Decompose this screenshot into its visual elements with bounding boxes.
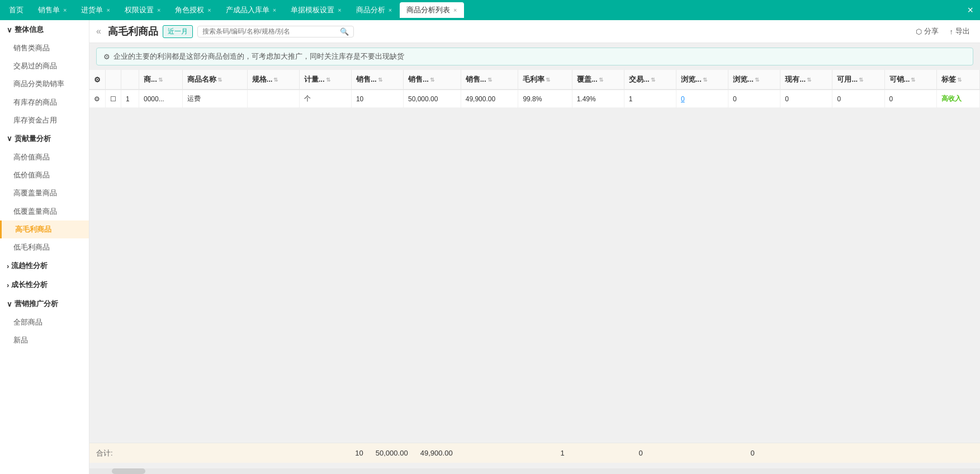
sidebar-item-high-freq[interactable]: 高覆盖量商品 — [0, 184, 89, 202]
sort-icon-available1: ⇅ — [807, 77, 811, 83]
section-label-financial: 贡献量分析 — [15, 134, 51, 144]
col-header-browse2[interactable]: 浏览...⇅ — [728, 70, 780, 90]
horizontal-scrollbar[interactable] — [89, 468, 980, 474]
col-label-name: 商品名称 — [187, 75, 216, 83]
table-header-row: ⚙商...⇅商品名称⇅规格...⇅计量...⇅销售...⇅销售...⇅销售...… — [89, 70, 980, 90]
col-header-tag[interactable]: 标签⇅ — [936, 70, 979, 90]
tab-label-product-in: 产成品入库单 — [226, 5, 269, 15]
sidebar-item-traded-goods[interactable]: 交易过的商品 — [0, 57, 89, 75]
col-header-sales-amount[interactable]: 销售...⇅ — [404, 70, 461, 90]
footer-transaction: 1 — [524, 449, 569, 457]
tab-permission[interactable]: 权限设置× — [118, 2, 167, 18]
sidebar: ∨整体信息销售类商品交易过的商品商品分类助销率有库存的商品库存资金占用∨贡献量分… — [0, 20, 89, 474]
col-header-sales-qty[interactable]: 销售...⇅ — [351, 70, 403, 90]
sidebar-section-growth[interactable]: ›成长性分析 — [0, 275, 89, 294]
section-arrow-marketing: ∨ — [7, 300, 12, 308]
tab-sales[interactable]: 销售单× — [31, 2, 73, 18]
sidebar-section-trend[interactable]: ›流趋性分析 — [0, 256, 89, 275]
col-header-available2[interactable]: 可用...⇅ — [832, 70, 884, 90]
sidebar-item-stock-ratio[interactable]: 库存资金占用 — [0, 111, 89, 129]
tab-home[interactable]: 首页 — [2, 2, 30, 18]
col-header-unit[interactable]: 计量...⇅ — [299, 70, 351, 90]
row-browse2: 0 — [728, 90, 780, 108]
col-header-code[interactable]: 商...⇅ — [139, 70, 183, 90]
row-code[interactable]: 0000... — [139, 90, 183, 108]
row-checkbox[interactable]: ☐ — [106, 90, 121, 108]
table-wrap[interactable]: ⚙商...⇅商品名称⇅规格...⇅计量...⇅销售...⇅销售...⇅销售...… — [89, 70, 980, 474]
settings-icon[interactable]: ⚙ — [89, 90, 106, 108]
tab-close-product-in[interactable]: × — [273, 7, 276, 13]
sidebar-item-stocked-goods[interactable]: 有库存的商品 — [0, 93, 89, 111]
col-label-spec: 规格... — [252, 75, 273, 83]
tab-product-in[interactable]: 产成品入库单× — [219, 2, 283, 18]
sidebar-item-high-margin[interactable]: 高毛利商品 — [0, 220, 89, 238]
sort-icon-code: ⇅ — [158, 77, 163, 83]
period-button[interactable]: 近一月 — [163, 25, 193, 38]
search-input[interactable] — [202, 27, 338, 35]
tab-close-template[interactable]: × — [338, 7, 341, 13]
col-header-browse1[interactable]: 浏览...⇅ — [676, 70, 728, 90]
sidebar-item-high-value[interactable]: 高价值商品 — [0, 148, 89, 166]
share-button[interactable]: ⬡ 分享 — [912, 25, 942, 37]
sidebar-section-marketing[interactable]: ∨营销推广分析 — [0, 294, 89, 313]
tab-close-sales[interactable]: × — [63, 7, 67, 13]
sidebar-item-low-margin[interactable]: 低毛利商品 — [0, 238, 89, 256]
tab-close-analysis[interactable]: × — [389, 7, 392, 13]
footer-summary: 合计: 10 50,000.00 49,900.00 1 0 0 — [89, 443, 980, 463]
col-label-settings: ⚙ — [94, 76, 101, 84]
section-arrow-growth: › — [7, 281, 9, 289]
row-tag: 高收入 — [936, 90, 979, 108]
col-header-sales-cost[interactable]: 销售...⇅ — [461, 70, 518, 90]
col-header-spec[interactable]: 规格...⇅ — [247, 70, 299, 90]
col-label-unit: 计量... — [304, 75, 325, 83]
sidebar-item-label-high-freq: 高覆盖量商品 — [13, 189, 57, 197]
sidebar-item-low-freq[interactable]: 低覆盖量商品 — [0, 203, 89, 220]
tab-role[interactable]: 角色授权× — [168, 2, 217, 18]
sidebar-item-sales-goods[interactable]: 销售类商品 — [0, 39, 89, 57]
search-icon[interactable]: 🔍 — [340, 27, 349, 36]
window-close-button[interactable]: × — [963, 4, 978, 16]
info-text: 企业的主要的利润都是这部分商品创造的，可考虑加大推广，同时关注库存是不要出现缺货 — [113, 51, 404, 62]
tab-close-role[interactable]: × — [207, 7, 211, 13]
tab-analysis[interactable]: 商品分析× — [349, 2, 399, 18]
sidebar-section-financial[interactable]: ∨贡献量分析 — [0, 129, 89, 148]
row-available1: 0 — [780, 90, 832, 108]
sidebar-item-label-all-goods: 全部商品 — [13, 318, 42, 326]
content-area: « 高毛利商品 近一月 🔍 ⬡ 分享 ↑ 导出 ⚙ 企业的主要的利润都是这部分商… — [89, 20, 980, 474]
tab-close-permission[interactable]: × — [157, 7, 160, 13]
sidebar-item-new-goods[interactable]: 新品 — [0, 331, 89, 349]
collapse-sidebar-button[interactable]: « — [96, 26, 101, 36]
sidebar-item-label-high-margin: 高毛利商品 — [15, 225, 51, 233]
row-available2: 0 — [832, 90, 884, 108]
scrollbar-thumb[interactable] — [112, 468, 145, 474]
row-coverage: 1.49% — [572, 90, 624, 108]
row-browse1[interactable]: 0 — [676, 90, 728, 108]
tab-label-sales: 销售单 — [38, 5, 60, 15]
tab-analysis-list[interactable]: 商品分析列表× — [400, 2, 463, 18]
sidebar-item-low-value[interactable]: 低价值商品 — [0, 166, 89, 184]
col-label-transaction: 交易... — [629, 75, 650, 83]
export-button[interactable]: ↑ 导出 — [946, 25, 974, 37]
col-label-margin-rate: 毛利率 — [523, 75, 545, 83]
col-header-saleable[interactable]: 可销...⇅ — [884, 70, 936, 90]
col-header-available1[interactable]: 现有...⇅ — [780, 70, 832, 90]
nav-tabs: 首页销售单×进货单×权限设置×角色授权×产成品入库单×单据模板设置×商品分析×商… — [2, 2, 962, 18]
sidebar-item-goods-ratio[interactable]: 商品分类助销率 — [0, 75, 89, 93]
tab-template[interactable]: 单据模板设置× — [284, 2, 348, 18]
sidebar-item-all-goods[interactable]: 全部商品 — [0, 313, 89, 331]
col-header-coverage[interactable]: 覆盖...⇅ — [572, 70, 624, 90]
tab-close-purchase[interactable]: × — [106, 7, 110, 13]
col-header-index — [121, 70, 139, 90]
sidebar-item-label-low-margin: 低毛利商品 — [13, 243, 50, 251]
col-label-saleable: 可销... — [889, 75, 910, 83]
header-actions: ⬡ 分享 ↑ 导出 — [912, 25, 974, 37]
col-header-name[interactable]: 商品名称⇅ — [183, 70, 247, 90]
sidebar-section-overall[interactable]: ∨整体信息 — [0, 20, 89, 39]
col-header-margin-rate[interactable]: 毛利率⇅ — [518, 70, 572, 90]
col-label-available2: 可用... — [837, 75, 858, 83]
sort-icon-margin-rate: ⇅ — [546, 77, 550, 83]
tab-close-analysis-list[interactable]: × — [453, 7, 457, 13]
sort-icon-transaction: ⇅ — [651, 77, 655, 83]
col-header-transaction[interactable]: 交易...⇅ — [624, 70, 676, 90]
tab-purchase[interactable]: 进货单× — [74, 2, 116, 18]
